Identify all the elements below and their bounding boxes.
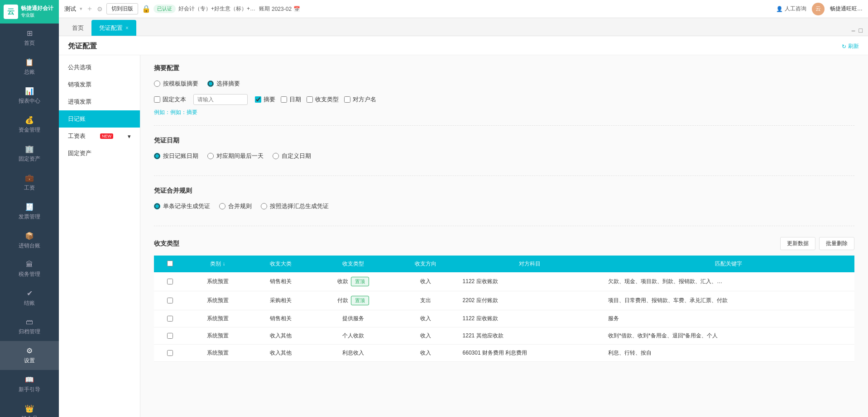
date-radio-period_last[interactable]: 对应期间最后一天: [207, 152, 264, 160]
row-category: 系统预置: [186, 310, 249, 327]
tab-home[interactable]: 首页: [64, 20, 91, 36]
batch-delete-button[interactable]: 批量删除: [819, 237, 854, 250]
sidebar-item-ledger[interactable]: 📋总账: [0, 52, 59, 81]
minimize-icon[interactable]: –: [852, 27, 855, 34]
radio-input-template[interactable]: [154, 81, 160, 87]
user-name[interactable]: 畅捷通旺旺…: [830, 5, 863, 13]
calendar-icon[interactable]: 📅: [293, 6, 300, 12]
row-keywords: 服务: [603, 310, 854, 327]
date-radio-input-period_last[interactable]: [207, 153, 214, 159]
merge-radio-input-summary_gen[interactable]: [261, 203, 267, 209]
sidebar-label-invoice: 发票管理: [19, 213, 40, 221]
merge-radio-merge[interactable]: 合并规则: [219, 202, 252, 210]
checkbox-input-type[interactable]: [307, 96, 313, 103]
checkbox-date[interactable]: 日期: [281, 95, 301, 104]
sidebar-label-salary: 工资: [24, 184, 35, 192]
sidebar-item-guide[interactable]: 📖新手引导: [0, 370, 59, 399]
row-category: 系统预置: [186, 272, 249, 291]
date-radio-input-journal_date[interactable]: [154, 153, 160, 159]
merge-radio-input-single[interactable]: [154, 203, 160, 209]
left-nav-item-public[interactable]: 公共选项: [59, 59, 140, 76]
row-checkbox-cell[interactable]: [154, 310, 186, 327]
add-icon[interactable]: ＋: [86, 4, 93, 14]
sidebar-item-settle[interactable]: ✔结账: [0, 284, 59, 313]
sidebar-item-funds[interactable]: 💰资金管理: [0, 110, 59, 139]
tab-close-icon[interactable]: ×: [125, 25, 129, 31]
sidebar-label-settings: 设置: [24, 357, 35, 365]
left-nav-item-fixed_asset[interactable]: 固定资产: [59, 145, 140, 162]
merge-radio-summary_gen[interactable]: 按照选择汇总生成凭证: [261, 202, 329, 210]
tabbar: 首页 凭证配置 × – □: [59, 18, 868, 36]
row-subject: 660301 财务费用 利息费用: [457, 345, 603, 362]
update-data-button[interactable]: 更新数据: [780, 237, 815, 250]
sidebar-item-member[interactable]: 👑畅会员: [0, 399, 59, 417]
invoice-icon: 🧾: [25, 203, 34, 211]
row-checkbox-cell[interactable]: [154, 345, 186, 362]
fixed-text-checkbox[interactable]: [154, 96, 160, 103]
date-radio-custom[interactable]: 自定义日期: [273, 152, 311, 160]
left-nav-item-purchase_inv[interactable]: 进项发票: [59, 93, 140, 110]
radio-input-select[interactable]: [207, 81, 214, 87]
row-category: 系统预置: [186, 345, 249, 362]
income-header: 收支类型 更新数据 批量删除: [154, 237, 854, 250]
row-direction: 收入: [394, 310, 457, 327]
row-checkbox-cell[interactable]: [154, 327, 186, 345]
dropdown-icon[interactable]: ▾: [80, 6, 82, 12]
fullscreen-icon[interactable]: □: [859, 27, 863, 34]
tab-voucher-config[interactable]: 凭证配置 ×: [91, 20, 136, 36]
checkbox-input-summary[interactable]: [255, 96, 261, 103]
row-minor-type: 付款 置顶: [312, 291, 394, 310]
sidebar-item-archive[interactable]: 🗃归档管理: [0, 313, 59, 341]
row-major-type: 采购相关: [249, 291, 312, 310]
merge-radio-input-merge[interactable]: [219, 203, 225, 209]
checkbox-counterparty[interactable]: 对方户名: [344, 95, 376, 104]
sidebar-item-home[interactable]: ⊞首页: [0, 24, 59, 52]
page-title: 凭证配置: [68, 42, 97, 51]
help-button[interactable]: 👤 人工咨询: [776, 5, 806, 13]
fixed-text-label[interactable]: 固定文本: [154, 95, 186, 104]
tag-badge-1[interactable]: 置顶: [351, 296, 369, 305]
sidebar-item-assets[interactable]: 🏢固定资产: [0, 139, 59, 168]
user-avatar: 云: [812, 3, 825, 15]
merge-radio-single[interactable]: 单条记录生成凭证: [154, 202, 210, 210]
left-nav-item-sales[interactable]: 销项发票: [59, 76, 140, 93]
sidebar-item-settings[interactable]: ⚙设置: [0, 341, 59, 370]
checkbox-type[interactable]: 收支类型: [307, 95, 339, 104]
row-checkbox-cell[interactable]: [154, 272, 186, 291]
sidebar-label-purchase: 进销台账: [19, 242, 40, 250]
select-all-checkbox[interactable]: [167, 261, 173, 266]
refresh-button[interactable]: ↻ 刷新: [842, 43, 859, 50]
tag-badge-0[interactable]: 置顶: [351, 277, 369, 286]
checkbox-input-counterparty[interactable]: [344, 96, 350, 103]
left-nav-label-public: 公共选项: [68, 63, 91, 71]
sidebar-item-invoice[interactable]: 🧾发票管理: [0, 197, 59, 226]
checkbox-input-date[interactable]: [281, 96, 287, 103]
left-nav: 公共选项销项发票进项发票日记账工资表NEW▾固定资产: [59, 55, 140, 417]
sidebar-item-purchase[interactable]: 📦进销台账: [0, 226, 59, 255]
row-major-type: 销售相关: [249, 272, 312, 291]
date-radio-input-custom[interactable]: [273, 153, 279, 159]
table-header-0[interactable]: [154, 256, 186, 272]
left-nav-item-journal[interactable]: 日记账: [59, 110, 140, 128]
sidebar-item-tax[interactable]: 🏛税务管理: [0, 255, 59, 284]
new-badge: NEW: [100, 133, 113, 139]
settings-icon[interactable]: ⚙: [97, 5, 103, 13]
sidebar-item-reports[interactable]: 📊报表中心: [0, 81, 59, 110]
switch-version-button[interactable]: 切到旧版: [106, 3, 138, 14]
date-radio-journal_date[interactable]: 按日记账日期: [154, 152, 198, 160]
settings-icon: ⚙: [26, 346, 33, 355]
left-nav-label-salary_sheet: 工资表: [68, 132, 86, 140]
row-checkbox-cell[interactable]: [154, 291, 186, 310]
sidebar-label-tax: 税务管理: [19, 270, 40, 278]
status-area: 🔒 已认证 好会计（专）+好生意（标）+…: [142, 5, 255, 13]
checkbox-summary[interactable]: 摘要: [255, 95, 275, 104]
tax-icon: 🏛: [26, 261, 33, 269]
fixed-text-input[interactable]: [193, 94, 248, 105]
row-minor-type: 个人收款: [312, 327, 394, 345]
summary-radio-template[interactable]: 按模板版摘要: [154, 80, 198, 88]
sidebar-label-archive: 归档管理: [19, 328, 40, 336]
sidebar-item-salary[interactable]: 💼工资: [0, 168, 59, 197]
left-nav-item-salary_sheet[interactable]: 工资表NEW▾: [59, 128, 140, 145]
summary-radio-select[interactable]: 选择摘要: [207, 80, 240, 88]
row-major-type: 收入其他: [249, 345, 312, 362]
